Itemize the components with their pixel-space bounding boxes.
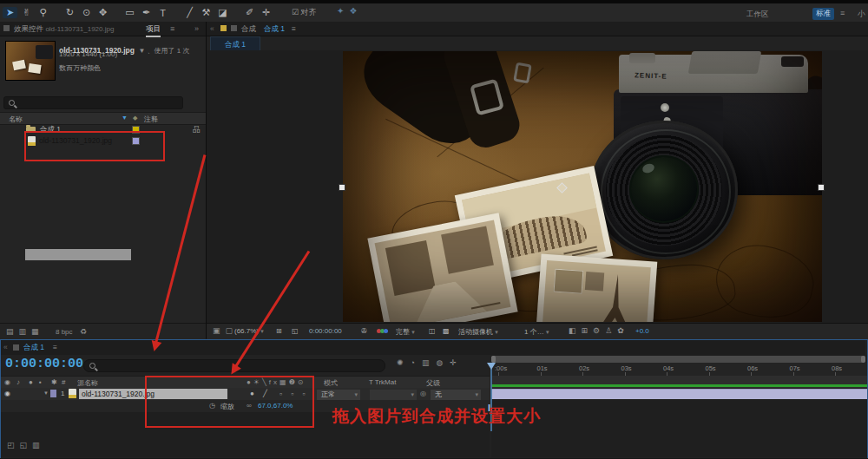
tool-puppet-pin-icon[interactable]: ✛ <box>259 7 273 18</box>
filter-funnel-icon[interactable]: ▼ <box>122 115 128 121</box>
timeline-corner-0-icon[interactable]: ◰ <box>7 441 15 449</box>
trkmat-column[interactable]: T TrkMat <box>369 378 396 386</box>
share-icons[interactable]: ✦❖ <box>337 6 362 16</box>
project-search-input[interactable] <box>3 96 183 109</box>
checkbox-icon[interactable]: ☑ <box>292 8 299 16</box>
tab-project[interactable]: 项目 <box>146 24 161 37</box>
viewer-right-4-icon[interactable]: ✿ <box>617 326 624 335</box>
tool-camera-icon[interactable]: ⊙ <box>79 7 94 18</box>
footage-thumbnail[interactable] <box>5 41 56 81</box>
trkmat-dropdown[interactable]: ▾ <box>369 389 418 401</box>
collapse-icon[interactable]: « <box>210 24 214 33</box>
timeline-toggle-4-icon[interactable]: ✛ <box>450 358 457 367</box>
parent-pickwhip-icon[interactable]: ◎ <box>420 390 426 397</box>
viewer-right-2-icon[interactable]: ⚙ <box>593 326 600 335</box>
project-footer-1-icon[interactable]: ▥ <box>19 327 27 336</box>
tool-type-icon[interactable]: T <box>155 8 170 18</box>
tool-rectangle-icon[interactable]: ▭ <box>122 7 137 18</box>
viewer-right-0-icon[interactable]: ◧ <box>569 326 576 335</box>
preview-timecode[interactable]: 0:00:00:00 <box>309 327 342 335</box>
column-comment[interactable]: 注释 <box>144 115 158 124</box>
layer-expander-icon[interactable]: ▼ <box>43 390 49 396</box>
work-area-start-handle[interactable] <box>491 356 496 363</box>
parent-dropdown[interactable]: 无▾ <box>430 389 482 401</box>
footage-image[interactable]: ZENIT-E <box>343 51 822 322</box>
viewer-right-1-icon[interactable]: ⊞ <box>582 326 589 335</box>
snap-toggle[interactable]: ☑ 对齐 <box>292 7 317 18</box>
ruler-tick-label: 03s <box>621 364 632 372</box>
comp-viewer[interactable]: ZENIT-E <box>207 50 868 323</box>
solo-column-icon[interactable]: ● <box>29 378 33 386</box>
source-name-column[interactable]: 源名称 <box>77 378 98 388</box>
tool-selection-icon[interactable]: ➤ <box>3 7 17 18</box>
resolution-dropdown[interactable]: 完整 ▾ <box>396 327 415 337</box>
timeline-toggle-0-icon[interactable]: ✺ <box>397 358 404 367</box>
eye-column-icon[interactable]: ◉ <box>4 378 10 386</box>
label-column-icon[interactable]: ◆ <box>133 115 137 121</box>
camera-view-dropdown[interactable]: 活动摄像机 ▾ <box>458 327 498 337</box>
tool-zoom-icon[interactable]: ⚲ <box>36 7 50 18</box>
view-layout-dropdown[interactable]: 1 个… ▾ <box>524 327 549 337</box>
work-area-bar[interactable] <box>491 356 865 363</box>
tool-clone-stamp-icon[interactable]: ⚒ <box>199 7 214 18</box>
timeline-menu-icon[interactable]: ≡ <box>53 343 57 351</box>
viewer-right-3-icon[interactable]: ♙ <box>605 326 612 335</box>
timeline-comp-tab[interactable]: 合成 1 <box>23 343 44 353</box>
shy-column-icon[interactable]: ✱ <box>51 378 57 386</box>
workspace-menu-icon[interactable]: ≡ <box>840 9 845 17</box>
comp-flow-icon[interactable] <box>220 25 227 31</box>
region-of-interest-icon[interactable]: ◫ <box>429 327 436 335</box>
tool-roto-brush-icon[interactable]: ✐ <box>242 7 257 18</box>
snapshot-icon[interactable]: ✇ <box>361 327 367 335</box>
timeline-corner-1-icon[interactable]: ◱ <box>20 441 28 449</box>
playhead-marker[interactable] <box>487 363 496 370</box>
tool-brush-icon[interactable]: ╱ <box>182 7 197 18</box>
timeline-corner-2-icon[interactable]: ▥ <box>32 441 40 449</box>
safe-margins-icon[interactable]: ◱ <box>292 327 299 335</box>
timeline-toggle-2-icon[interactable]: ▥ <box>422 358 430 367</box>
viewer-left-1-icon[interactable]: ▢ <box>226 326 233 335</box>
trash-icon[interactable]: ♻ <box>80 327 87 336</box>
transparency-grid-icon[interactable]: ▩ <box>443 327 450 335</box>
timeline-toggle-1-icon[interactable]: ◔ <box>411 358 415 367</box>
tool-eraser-icon[interactable]: ◪ <box>215 7 230 18</box>
collapse-icon[interactable]: « <box>3 343 8 351</box>
flowchart-icon[interactable]: 品 <box>193 124 201 135</box>
panel-icon <box>13 344 19 351</box>
grid-options-icon[interactable]: ⊞ <box>276 327 282 335</box>
layer-eye-icon[interactable]: ◉ <box>4 390 10 397</box>
layer-label-swatch[interactable] <box>50 390 56 397</box>
parent-column[interactable]: 父级 <box>426 378 440 388</box>
annotation-box-timeline-layer <box>145 376 314 428</box>
project-panel-menu-icon[interactable]: ≡ <box>170 24 174 33</box>
comp-panel-menu-icon[interactable]: ≡ <box>292 24 296 33</box>
time-ruler[interactable]: :00s01s02s03s04s05s06s07s08s <box>491 363 867 377</box>
tool-hand-icon[interactable]: ✌ <box>19 7 34 18</box>
lock-icon[interactable] <box>231 25 237 31</box>
tool-pen-icon[interactable]: ✒ <box>139 7 154 18</box>
tool-rotation-icon[interactable]: ↻ <box>62 7 77 18</box>
bit-depth-button[interactable]: 8 bpc <box>56 328 73 336</box>
exposure-value[interactable]: +0.0 <box>635 327 649 335</box>
comp-panel-comp-name[interactable]: 合成 1 <box>264 24 285 35</box>
layer-duration-bar[interactable] <box>491 389 867 399</box>
tool-pan-behind-icon[interactable]: ✥ <box>95 7 110 18</box>
comp-viewer-tab[interactable]: 合成 1 <box>210 36 260 51</box>
timeline-toggle-3-icon[interactable]: ◍ <box>437 358 444 367</box>
more-panels-icon[interactable]: » <box>194 24 199 33</box>
blend-mode-dropdown[interactable]: 正常▾ <box>316 389 361 401</box>
tab-effect-controls[interactable]: 效果控件 old-1130731_1920.jpg <box>14 24 114 35</box>
project-footer-2-icon[interactable]: ▦ <box>31 327 39 336</box>
window-hint: 小 <box>858 9 865 20</box>
viewer-left-0-icon[interactable]: ▣ <box>213 326 220 335</box>
column-name[interactable]: 名称 <box>9 115 23 124</box>
audio-column-icon[interactable]: ♪ <box>16 378 20 386</box>
current-time-display[interactable]: 0:00:00:00 <box>5 357 83 371</box>
workspace-active-button[interactable]: 标准 <box>812 8 834 20</box>
project-footer-0-icon[interactable]: ▤ <box>6 327 14 336</box>
work-area-end-handle[interactable] <box>861 356 865 363</box>
mode-column[interactable]: 模式 <box>324 378 338 388</box>
lock-column-icon[interactable]: ▪ <box>39 378 42 386</box>
layer-handle-right[interactable] <box>818 184 825 191</box>
layer-handle-left[interactable] <box>339 184 345 191</box>
